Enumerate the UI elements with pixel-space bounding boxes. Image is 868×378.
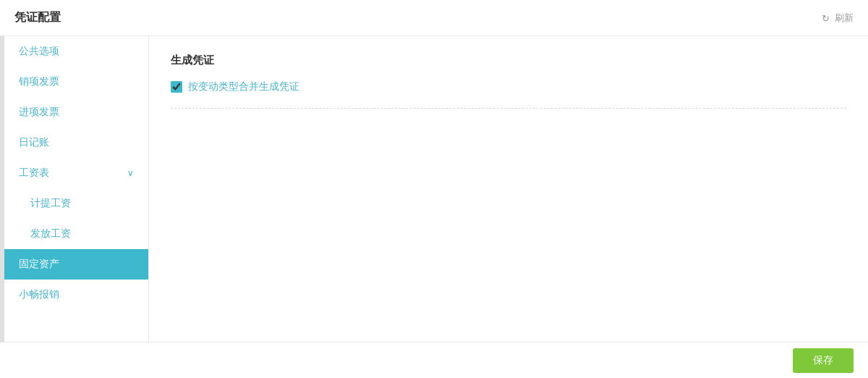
save-button[interactable]: 保存 bbox=[793, 348, 854, 373]
section-title: 生成凭证 bbox=[171, 54, 846, 67]
page-header: 凭证配置 ↻ 刷新 bbox=[0, 0, 868, 36]
refresh-icon: ↻ bbox=[822, 13, 832, 23]
sidebar-item-issue-salary[interactable]: 发放工资 bbox=[4, 219, 148, 249]
sidebar-item-label: 日记账 bbox=[19, 136, 49, 149]
sidebar-item-sales-invoice[interactable]: 销项发票 bbox=[4, 67, 148, 97]
sidebar-item-label: 进项发票 bbox=[19, 106, 59, 119]
page-wrapper: 凭证配置 ↻ 刷新 公共选项 销项发票 进项发票 日记账 工资表 ∨ bbox=[0, 0, 868, 378]
sidebar-item-label: 公共选项 bbox=[19, 45, 59, 58]
refresh-button[interactable]: ↻ 刷新 bbox=[822, 12, 854, 25]
chevron-down-icon: ∨ bbox=[127, 168, 134, 178]
checkbox-label: 按变动类型合并生成凭证 bbox=[188, 80, 299, 93]
sidebar: 公共选项 销项发票 进项发票 日记账 工资表 ∨ 计提工资 发放工资 固定资 bbox=[4, 36, 149, 342]
page-title: 凭证配置 bbox=[14, 10, 61, 25]
page-footer: 保存 bbox=[0, 342, 868, 378]
sidebar-item-payroll-table[interactable]: 工资表 ∨ bbox=[4, 158, 148, 188]
sidebar-item-calculate-salary[interactable]: 计提工资 bbox=[4, 188, 148, 219]
section-divider bbox=[171, 108, 846, 109]
sidebar-item-label: 小畅报销 bbox=[19, 288, 59, 301]
main-content: 公共选项 销项发票 进项发票 日记账 工资表 ∨ 计提工资 发放工资 固定资 bbox=[0, 36, 868, 342]
sidebar-item-public-options[interactable]: 公共选项 bbox=[4, 36, 148, 67]
sidebar-item-label: 发放工资 bbox=[30, 227, 71, 240]
merge-by-type-checkbox[interactable] bbox=[171, 81, 182, 93]
checkbox-row: 按变动类型合并生成凭证 bbox=[171, 80, 846, 93]
sidebar-item-label: 销项发票 bbox=[19, 75, 59, 88]
sidebar-item-fixed-assets[interactable]: 固定资产 bbox=[4, 249, 148, 280]
refresh-label: 刷新 bbox=[835, 12, 854, 25]
sidebar-item-label: 计提工资 bbox=[30, 197, 71, 210]
sidebar-item-purchase-invoice[interactable]: 进项发票 bbox=[4, 97, 148, 127]
sidebar-item-label: 固定资产 bbox=[19, 258, 59, 271]
sidebar-item-journal[interactable]: 日记账 bbox=[4, 127, 148, 158]
sidebar-item-label: 工资表 bbox=[19, 167, 49, 180]
sidebar-item-expense-report[interactable]: 小畅报销 bbox=[4, 280, 148, 310]
content-panel: 生成凭证 按变动类型合并生成凭证 bbox=[149, 36, 868, 342]
